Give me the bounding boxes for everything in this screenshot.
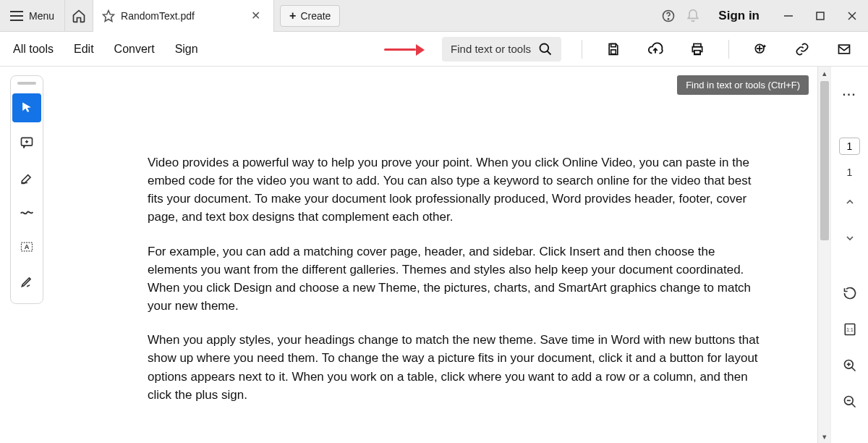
cloud-button[interactable] <box>644 38 666 60</box>
paragraph-1: Video provides a powerful way to help yo… <box>148 153 760 227</box>
svg-rect-12 <box>694 50 700 54</box>
page-content: Video provides a powerful way to help yo… <box>51 67 817 404</box>
highlight-icon <box>20 170 34 185</box>
svg-rect-14 <box>839 45 850 54</box>
highlight-tool[interactable] <box>12 163 41 192</box>
tab-close-button[interactable]: ✕ <box>247 7 265 24</box>
annotation-arrow <box>384 43 425 56</box>
create-label: Create <box>300 10 331 22</box>
convert-link[interactable]: Convert <box>114 43 155 56</box>
search-icon <box>538 42 553 56</box>
notifications-button[interactable] <box>681 0 705 32</box>
scroll-thumb[interactable] <box>820 81 829 240</box>
star-icon <box>102 9 115 22</box>
print-icon <box>690 42 705 56</box>
find-placeholder: Find text or tools <box>451 43 531 55</box>
cloud-upload-icon <box>647 41 663 57</box>
menu-button[interactable]: Menu <box>0 10 64 22</box>
rotate-button[interactable] <box>838 281 862 305</box>
all-tools-link[interactable]: All tools <box>13 43 54 56</box>
save-button[interactable] <box>603 38 624 60</box>
window-maximize[interactable] <box>804 0 836 32</box>
svg-point-2 <box>668 18 669 19</box>
minimize-icon <box>783 11 793 21</box>
fit-icon: 1:1 <box>843 322 857 337</box>
document-tab[interactable]: RandomText.pdf ✕ <box>93 0 274 32</box>
signin-button[interactable]: Sign in <box>705 9 773 23</box>
sign-tool[interactable] <box>12 267 41 296</box>
help-button[interactable] <box>656 0 681 32</box>
zoom-out-icon <box>843 395 857 409</box>
create-button[interactable]: + Create <box>280 5 340 27</box>
window-close[interactable] <box>836 0 868 32</box>
pen-icon <box>20 274 34 289</box>
document-area[interactable]: Find in text or tools (Ctrl+F) Video pro… <box>51 67 817 443</box>
page-total: 1 <box>847 166 853 178</box>
home-button[interactable] <box>64 0 93 32</box>
left-toolbar: A <box>0 67 51 443</box>
cursor-icon <box>20 101 34 115</box>
mail-icon <box>837 42 851 56</box>
vertical-scrollbar[interactable]: ▴ ▾ <box>817 67 830 443</box>
titlebar: Menu RandomText.pdf ✕ + Create Sign in <box>0 0 868 32</box>
textbox-icon: A <box>20 240 34 254</box>
more-button[interactable]: ··· <box>838 83 862 107</box>
svg-rect-9 <box>611 43 616 46</box>
comment-icon <box>20 135 34 150</box>
maximize-icon <box>815 11 825 21</box>
main-toolbar: All tools Edit Convert Sign Find text or… <box>0 32 868 67</box>
chevron-up-icon <box>844 196 856 208</box>
page-up-button[interactable] <box>838 190 862 214</box>
chevron-down-icon <box>844 232 856 244</box>
svg-point-7 <box>540 43 549 52</box>
scroll-up-icon[interactable]: ▴ <box>822 67 827 80</box>
tab-title: RandomText.pdf <box>121 10 241 22</box>
tool-palette: A <box>10 75 43 304</box>
comment-tool[interactable] <box>12 128 41 157</box>
zoom-out-button[interactable] <box>838 389 862 414</box>
link-button[interactable] <box>791 38 813 60</box>
svg-line-25 <box>851 404 855 408</box>
window-minimize[interactable] <box>773 0 804 32</box>
print-button[interactable] <box>686 38 708 60</box>
hamburger-icon <box>10 11 23 21</box>
svg-rect-10 <box>611 49 616 54</box>
find-tooltip: Find in text or tools (Ctrl+F) <box>677 75 809 95</box>
close-icon <box>847 11 857 21</box>
right-toolbar: ··· 1 1 1:1 <box>830 67 868 443</box>
svg-line-8 <box>548 51 551 54</box>
fit-button[interactable]: 1:1 <box>838 317 862 342</box>
zoom-in-icon <box>843 358 857 373</box>
drag-handle[interactable] <box>17 82 36 85</box>
menu-label: Menu <box>29 10 54 22</box>
scroll-down-icon[interactable]: ▾ <box>822 430 827 443</box>
bell-icon <box>686 9 700 23</box>
find-box[interactable]: Find text or tools <box>442 37 561 62</box>
svg-line-21 <box>851 368 855 371</box>
svg-rect-4 <box>817 12 824 20</box>
rotate-icon <box>843 286 857 300</box>
draw-icon <box>19 204 35 220</box>
svg-text:1:1: 1:1 <box>846 327 854 332</box>
body: A Find in text or tools (Ctrl+F) Video p… <box>0 67 868 443</box>
zoom-in-button[interactable] <box>838 353 862 378</box>
page-number-input[interactable]: 1 <box>839 138 861 155</box>
save-icon <box>606 42 621 56</box>
ai-button[interactable] <box>749 38 771 60</box>
sparkle-icon <box>753 42 767 56</box>
sign-link[interactable]: Sign <box>175 43 198 56</box>
paragraph-2: For example, you can add a matching cove… <box>148 242 760 316</box>
help-icon <box>661 9 676 23</box>
svg-text:A: A <box>25 243 30 250</box>
textbox-tool[interactable]: A <box>12 232 41 261</box>
select-tool[interactable] <box>12 93 41 122</box>
draw-tool[interactable] <box>12 198 41 227</box>
paragraph-3: When you apply styles, your headings cha… <box>148 331 760 404</box>
edit-link[interactable]: Edit <box>74 43 94 56</box>
link-icon <box>795 42 809 56</box>
mail-button[interactable] <box>833 38 855 60</box>
home-icon <box>72 9 86 23</box>
svg-marker-0 <box>103 10 114 21</box>
plus-icon: + <box>289 9 296 22</box>
page-down-button[interactable] <box>838 226 862 250</box>
